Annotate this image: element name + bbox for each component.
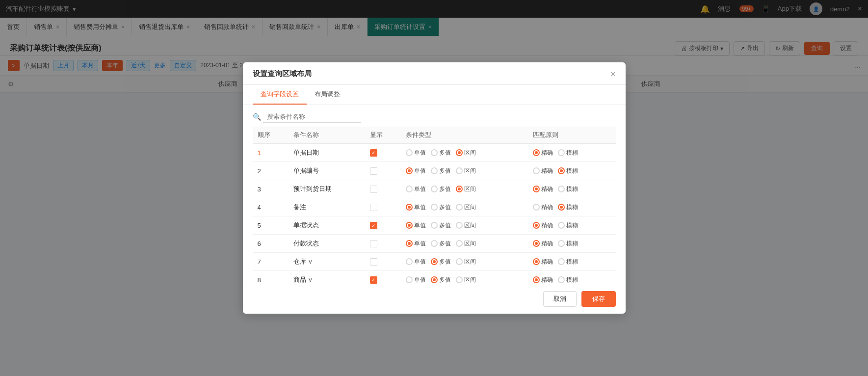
- radio-circle: [533, 186, 540, 192]
- radio-label: 区间: [464, 149, 476, 157]
- type-radio-option[interactable]: 单值: [406, 258, 426, 266]
- match-radio-option[interactable]: 模糊: [558, 149, 578, 157]
- show-checkbox[interactable]: [370, 240, 377, 247]
- cancel-button[interactable]: 取消: [543, 291, 577, 307]
- type-radio-option[interactable]: 区间: [456, 276, 476, 284]
- match-radio-option[interactable]: 模糊: [558, 240, 578, 248]
- match-radio-group: 精确模糊: [533, 167, 610, 175]
- match-radio-option[interactable]: 精确: [533, 221, 553, 230]
- radio-label: 单值: [414, 240, 426, 248]
- show-checkbox[interactable]: [370, 149, 377, 157]
- match-radio-group: 精确模糊: [533, 240, 610, 248]
- th-order: 顺序: [253, 127, 289, 144]
- match-radio-group: 精确模糊: [533, 221, 610, 230]
- match-radio-option[interactable]: 精确: [533, 276, 553, 284]
- type-radio-option[interactable]: 区间: [456, 167, 476, 175]
- radio-label: 单值: [414, 167, 426, 175]
- type-radio-option[interactable]: 多值: [431, 203, 451, 212]
- type-radio-option[interactable]: 单值: [406, 276, 426, 284]
- radio-label: 区间: [464, 240, 476, 248]
- type-radio-option[interactable]: 单值: [406, 203, 426, 212]
- show-checkbox[interactable]: [370, 276, 377, 284]
- type-radio-option[interactable]: 单值: [406, 240, 426, 248]
- radio-label: 多值: [439, 203, 451, 212]
- cell-type: 单值多值区间: [401, 253, 528, 271]
- type-radio-option[interactable]: 区间: [456, 221, 476, 230]
- type-radio-option[interactable]: 多值: [431, 167, 451, 175]
- type-radio-group: 单值多值区间: [406, 240, 523, 248]
- radio-circle: [406, 149, 413, 156]
- show-checkbox[interactable]: [370, 167, 377, 175]
- show-checkbox[interactable]: [370, 186, 377, 193]
- radio-label: 模糊: [566, 221, 578, 230]
- cell-match: 精确模糊: [528, 253, 615, 271]
- cell-type: 单值多值区间: [401, 235, 528, 253]
- radio-label: 精确: [541, 185, 553, 193]
- cell-match: 精确模糊: [528, 180, 615, 198]
- search-input[interactable]: [263, 111, 361, 123]
- radio-label: 模糊: [566, 276, 578, 284]
- radio-label: 多值: [439, 185, 451, 193]
- cell-type: 单值多值区间: [401, 180, 528, 198]
- show-checkbox[interactable]: [370, 258, 377, 266]
- match-radio-option[interactable]: 模糊: [558, 221, 578, 230]
- type-radio-option[interactable]: 区间: [456, 203, 476, 212]
- conditions-table: 顺序 条件名称 显示 条件类型 匹配原则 1单据日期单值多值区间精确模糊2单据编…: [253, 127, 616, 284]
- radio-circle: [533, 167, 540, 174]
- radio-label: 精确: [541, 203, 553, 212]
- match-radio-option[interactable]: 精确: [533, 167, 553, 175]
- type-radio-option[interactable]: 多值: [431, 240, 451, 248]
- type-radio-option[interactable]: 单值: [406, 221, 426, 230]
- match-radio-option[interactable]: 模糊: [558, 203, 578, 212]
- type-radio-option[interactable]: 区间: [456, 240, 476, 248]
- match-radio-option[interactable]: 精确: [533, 258, 553, 266]
- match-radio-option[interactable]: 模糊: [558, 167, 578, 175]
- type-radio-option[interactable]: 多值: [431, 185, 451, 193]
- type-radio-option[interactable]: 单值: [406, 167, 426, 175]
- radio-circle: [431, 258, 438, 265]
- modal-tab-query-fields[interactable]: 查询字段设置: [253, 85, 307, 105]
- cell-order: 1: [253, 144, 289, 162]
- match-radio-option[interactable]: 模糊: [558, 258, 578, 266]
- radio-circle: [406, 167, 413, 174]
- type-radio-option[interactable]: 多值: [431, 276, 451, 284]
- match-radio-option[interactable]: 精确: [533, 203, 553, 212]
- type-radio-option[interactable]: 多值: [431, 149, 451, 157]
- search-icon: 🔍: [253, 113, 261, 121]
- cell-show: [365, 198, 401, 216]
- radio-circle: [456, 167, 463, 174]
- type-radio-option[interactable]: 区间: [456, 185, 476, 193]
- type-radio-option[interactable]: 区间: [456, 258, 476, 266]
- cancel-label: 取消: [553, 295, 566, 302]
- radio-circle: [431, 204, 438, 211]
- type-radio-option[interactable]: 区间: [456, 149, 476, 157]
- type-radio-option[interactable]: 单值: [406, 185, 426, 193]
- type-radio-option[interactable]: 单值: [406, 149, 426, 157]
- show-checkbox[interactable]: [370, 204, 377, 211]
- type-radio-group: 单值多值区间: [406, 221, 523, 230]
- match-radio-option[interactable]: 模糊: [558, 185, 578, 193]
- match-radio-option[interactable]: 精确: [533, 185, 553, 193]
- match-radio-option[interactable]: 精确: [533, 240, 553, 248]
- match-radio-option[interactable]: 精确: [533, 149, 553, 157]
- type-radio-option[interactable]: 多值: [431, 258, 451, 266]
- radio-label: 模糊: [566, 203, 578, 212]
- radio-circle: [558, 240, 565, 247]
- show-checkbox[interactable]: [370, 222, 377, 229]
- cell-order: 4: [253, 198, 289, 216]
- type-radio-option[interactable]: 多值: [431, 221, 451, 230]
- modal-close-button[interactable]: ×: [610, 70, 616, 79]
- th-name: 条件名称: [289, 127, 365, 144]
- radio-circle: [456, 276, 463, 283]
- table-row: 3预计到货日期单值多值区间精确模糊: [253, 180, 616, 198]
- save-button[interactable]: 保存: [581, 291, 616, 307]
- radio-label: 单值: [414, 185, 426, 193]
- radio-circle: [558, 186, 565, 192]
- modal-tab-layout[interactable]: 布局调整: [307, 85, 348, 105]
- radio-label: 模糊: [566, 185, 578, 193]
- radio-label: 多值: [439, 149, 451, 157]
- match-radio-option[interactable]: 模糊: [558, 276, 578, 284]
- radio-circle: [558, 222, 565, 229]
- radio-circle: [431, 186, 438, 192]
- cell-type: 单值多值区间: [401, 144, 528, 162]
